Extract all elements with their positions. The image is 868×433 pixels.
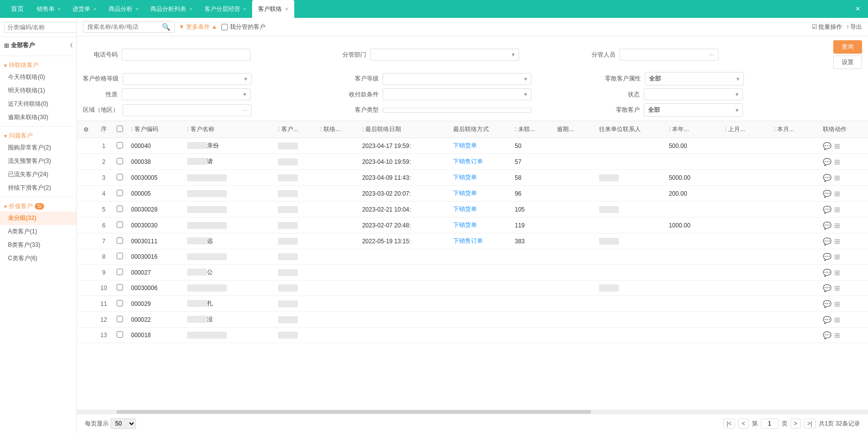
grid-action-icon[interactable]: ⊞ [834, 331, 840, 339]
tab-analysis-list[interactable]: 商品分析列表 × [144, 0, 198, 18]
gender-select[interactable]: ▾ [122, 88, 251, 100]
payment-select[interactable]: ▾ [383, 88, 532, 100]
zero-attr-select[interactable]: 全部 ▾ [645, 72, 744, 85]
sidebar-item-class-a[interactable]: A类客户(1) [0, 225, 76, 238]
grid-action-icon[interactable]: ⊞ [834, 269, 840, 277]
select-all-checkbox[interactable] [117, 126, 123, 132]
value-refresh-icon[interactable]: ↻ [35, 203, 44, 210]
message-icon[interactable]: 💬 [823, 300, 831, 308]
last-method-link[interactable]: 下销货单 [453, 206, 477, 213]
last-method-link[interactable]: 下销货单 [453, 142, 477, 149]
message-icon[interactable]: 💬 [823, 142, 831, 150]
cell-checkbox[interactable] [113, 265, 127, 281]
tab-customer-contact[interactable]: 客户联络 × [252, 0, 294, 18]
row-checkbox[interactable] [117, 221, 123, 228]
cell-checkbox[interactable] [113, 233, 127, 249]
my-customers-checkbox-label[interactable]: 我分管的客户 [221, 23, 266, 31]
message-icon[interactable]: 💬 [823, 206, 831, 214]
message-icon[interactable]: 💬 [823, 174, 831, 182]
row-checkbox[interactable] [117, 331, 123, 338]
sidebar-item-ungrouped[interactable]: 未分组(32) [0, 212, 76, 225]
th-settings[interactable]: ⚙ [77, 121, 95, 138]
cell-checkbox[interactable] [113, 328, 127, 343]
tab-customer-mgmt[interactable]: 客户分层经营 × [199, 0, 252, 18]
cell-checkbox[interactable] [113, 202, 127, 217]
sidebar-group-value[interactable]: ▾ 价值客户 ↻ [0, 199, 76, 212]
my-customers-checkbox[interactable] [221, 24, 228, 30]
cell-checkbox[interactable] [113, 296, 127, 312]
price-level-select[interactable]: ▾ [123, 73, 252, 85]
first-page-btn[interactable]: |< [723, 419, 735, 429]
sidebar-item-churn-warning[interactable]: 流失预警客户(3) [0, 154, 76, 168]
last-method-link[interactable]: 下销货单 [453, 221, 477, 228]
query-button[interactable]: 查询 [833, 40, 862, 54]
grid-action-icon[interactable]: ⊞ [834, 300, 840, 308]
cell-checkbox[interactable] [113, 154, 127, 170]
last-method-link[interactable]: 下销货单 [453, 190, 477, 197]
sidebar-all-customers[interactable]: ⊞ 全部客户 《 [0, 37, 76, 54]
tab-analysis[interactable]: 商品分析 × [103, 0, 144, 18]
message-icon[interactable]: 💬 [823, 269, 831, 277]
message-icon[interactable]: 💬 [823, 237, 831, 245]
sidebar-item-abnormal[interactable]: 囤购异常客户(2) [0, 141, 76, 154]
grid-action-icon[interactable]: ⊞ [834, 174, 840, 182]
customer-level-select[interactable]: ▾ [383, 73, 532, 85]
cell-checkbox[interactable] [113, 138, 127, 154]
row-checkbox[interactable] [117, 269, 123, 275]
message-icon[interactable]: 💬 [823, 190, 831, 198]
message-icon[interactable]: 💬 [823, 316, 831, 324]
close-all-button[interactable]: × [852, 4, 864, 13]
batch-op-btn[interactable]: ☑ 批量操作 [812, 23, 842, 31]
sidebar-collapse-btn[interactable]: 《 [67, 42, 72, 49]
grid-action-icon[interactable]: ⊞ [834, 206, 840, 214]
row-checkbox[interactable] [117, 206, 123, 212]
row-checkbox[interactable] [117, 142, 123, 148]
last-method-link[interactable]: 下销售订单 [453, 237, 483, 244]
page-input[interactable] [761, 419, 779, 429]
zero-customer-select[interactable]: 全部 ▾ [644, 103, 743, 117]
nav-home[interactable]: 首页 [4, 4, 31, 13]
customer-type-select[interactable] [383, 108, 532, 113]
cell-checkbox[interactable] [113, 281, 127, 296]
cell-checkbox[interactable] [113, 170, 127, 186]
sidebar-item-declining[interactable]: 持续下滑客户(2) [0, 181, 76, 195]
close-tab-analysis[interactable]: × [135, 6, 138, 12]
export-btn[interactable]: ↑ 导出 [846, 23, 862, 31]
sidebar-item-today[interactable]: 今天待联络(0) [0, 71, 76, 84]
tab-purchase[interactable]: 进货单 × [67, 0, 102, 18]
th-checkbox[interactable] [113, 121, 127, 138]
message-icon[interactable]: 💬 [823, 158, 831, 166]
grid-action-icon[interactable]: ⊞ [834, 158, 840, 166]
staff-dots[interactable]: ··· [709, 51, 714, 58]
cell-checkbox[interactable] [113, 217, 127, 233]
tab-sales[interactable]: 销售单 × [31, 0, 67, 18]
filter-search-input[interactable] [87, 23, 162, 30]
reset-button[interactable]: 设置 [833, 56, 862, 69]
message-icon[interactable]: 💬 [823, 253, 831, 261]
grid-action-icon[interactable]: ⊞ [834, 237, 840, 245]
sidebar-item-overdue[interactable]: 逾期未联络(30) [0, 111, 76, 124]
sidebar-item-class-c[interactable]: C类客户(6) [0, 252, 76, 265]
close-tab-sales[interactable]: × [58, 6, 61, 12]
sidebar-item-tomorrow[interactable]: 明天待联络(1) [0, 84, 76, 97]
last-method-link[interactable]: 下销售订单 [453, 158, 483, 165]
next-page-btn[interactable]: > [791, 419, 801, 429]
dept-select[interactable]: ▾ [370, 49, 519, 61]
row-checkbox[interactable] [117, 300, 123, 306]
sidebar-search-input[interactable] [4, 22, 77, 33]
status-select[interactable]: ▾ [644, 88, 743, 100]
row-checkbox[interactable] [117, 190, 123, 196]
grid-action-icon[interactable]: ⊞ [834, 190, 840, 198]
sidebar-item-class-b[interactable]: B类客户(33) [0, 238, 76, 252]
close-tab-purchase[interactable]: × [93, 6, 96, 12]
sidebar-group-pending[interactable]: ▾ 待联络客户 [0, 58, 76, 71]
message-icon[interactable]: 💬 [823, 331, 831, 339]
close-tab-analysis-list[interactable]: × [189, 6, 192, 12]
region-select[interactable]: ··· [123, 104, 252, 116]
grid-action-icon[interactable]: ⊞ [834, 221, 840, 229]
staff-select[interactable]: ··· [619, 49, 719, 61]
cell-checkbox[interactable] [113, 312, 127, 328]
grid-action-icon[interactable]: ⊞ [834, 316, 840, 324]
grid-action-icon[interactable]: ⊞ [834, 253, 840, 261]
row-checkbox[interactable] [117, 174, 123, 180]
